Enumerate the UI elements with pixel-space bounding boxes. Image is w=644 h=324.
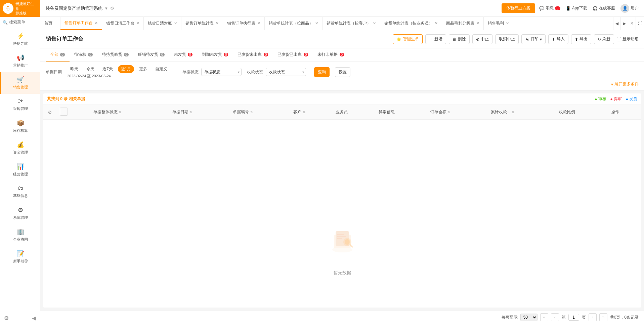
- industry-solution-button[interactable]: 体验行业方案: [502, 3, 535, 13]
- payment-select[interactable]: 收款状态: [266, 68, 306, 76]
- stop-button[interactable]: ⊘ 中止: [472, 34, 492, 44]
- nav-icon-quick-nav: ⚡: [17, 32, 24, 40]
- page-number-input[interactable]: [568, 314, 579, 321]
- tab-close-product-margin[interactable]: ✕: [476, 21, 479, 26]
- col-amount-sort[interactable]: ⇅: [447, 110, 450, 114]
- tab-close-sales-exec[interactable]: ✕: [257, 21, 260, 26]
- tab-close-sales-profit[interactable]: ✕: [506, 21, 509, 26]
- sidebar-item-enterprise[interactable]: 🏢 企业协同: [0, 224, 40, 246]
- tab-scroll-left[interactable]: ◀: [613, 17, 620, 30]
- export-button[interactable]: ⬆ 导出: [571, 34, 591, 44]
- date-option-近7天[interactable]: 近7天: [99, 65, 116, 73]
- date-option-自定义[interactable]: 自定义: [152, 65, 170, 73]
- svg-rect-7: [337, 236, 346, 237]
- col-number-sort[interactable]: ⇅: [250, 110, 253, 114]
- col-date-sort[interactable]: ⇅: [189, 110, 192, 114]
- sidebar-item-guide[interactable]: 📝 新手引导: [0, 246, 40, 268]
- col-customer-sort[interactable]: ⇅: [303, 110, 305, 114]
- tab-close-all[interactable]: ✕: [628, 17, 636, 30]
- add-button[interactable]: ＋ 新增: [425, 34, 446, 44]
- column-settings-icon[interactable]: ⚙: [48, 110, 52, 115]
- tab-close-sales-stat-staff[interactable]: ✕: [435, 21, 438, 26]
- approve-button[interactable]: ● 审核: [595, 96, 606, 102]
- app-download-button[interactable]: 📱 App下载: [566, 5, 587, 11]
- expand-filter-button[interactable]: ▾ 展开更多条件: [611, 81, 639, 87]
- date-option-今天[interactable]: 今天: [83, 65, 97, 73]
- online-service-button[interactable]: 🎧 在线客服: [593, 5, 615, 11]
- ship-button[interactable]: ● 发货: [626, 96, 637, 102]
- sidebar-item-quick-nav[interactable]: ⚡ 快捷导航: [0, 28, 40, 50]
- tab-cash-daily[interactable]: 钱货日清工作台✕: [102, 17, 144, 30]
- sidebar-item-base-info[interactable]: 🗂 基础信息: [0, 181, 40, 202]
- sidebar-item-system[interactable]: ⚙ 系统管理: [0, 202, 40, 224]
- tab-sales-stat-customer[interactable]: 销货单统计表（按客户）✕: [323, 17, 380, 30]
- topbar-settings-icon[interactable]: ⚙: [110, 6, 114, 11]
- date-option-近1月[interactable]: 近1月: [118, 65, 134, 73]
- sub-tab-wangpu-pending[interactable]: 旺铺待发货 0: [133, 48, 169, 62]
- tab-sales-profit[interactable]: 销售毛利✕: [484, 17, 513, 30]
- sub-tab-not-printed[interactable]: 未打印单据 0: [313, 48, 349, 62]
- sub-tab-overdue-not-shipped[interactable]: 到期未发货 0: [197, 48, 233, 62]
- tab-home[interactable]: 首页: [40, 17, 60, 30]
- page-size-select[interactable]: 102050100: [520, 314, 538, 321]
- tab-maximize[interactable]: ⛶: [636, 17, 644, 30]
- search-menu[interactable]: 🔍 搜索菜单: [0, 17, 40, 28]
- reject-button[interactable]: ● 弃审: [610, 96, 622, 102]
- import-button[interactable]: ⬇ 导入: [548, 34, 568, 44]
- show-detail-checkbox[interactable]: [617, 37, 621, 41]
- svg-rect-8: [337, 238, 342, 239]
- col-collected-sort[interactable]: ⇅: [512, 110, 514, 114]
- sidebar-item-inventory[interactable]: 📦 库存核算: [0, 115, 40, 137]
- tab-product-margin[interactable]: 商品毛利分析表✕: [442, 17, 484, 30]
- tab-close-sales-stat-product[interactable]: ✕: [315, 21, 318, 26]
- user-menu-button[interactable]: 👤 用户: [620, 4, 639, 13]
- sidebar-item-sales[interactable]: 🛒 销售管理: [0, 72, 40, 94]
- table-scroll-area[interactable]: ⚙ 单据整体状态 ⇅ 单据日期 ⇅: [43, 105, 641, 193]
- settings-button[interactable]: 设置: [335, 67, 350, 77]
- topbar-dropdown-icon[interactable]: ▾: [105, 6, 108, 11]
- delete-button[interactable]: 🗑 删除: [449, 34, 470, 44]
- page-prev-button[interactable]: ‹: [551, 313, 559, 321]
- messages-button[interactable]: 💬 消息 6: [539, 5, 560, 11]
- tab-sales-stat-product[interactable]: 销货单统计表（按商品）✕: [265, 17, 323, 30]
- sub-tab-shipped-out[interactable]: 已发货已出库 0: [273, 48, 313, 62]
- tab-close-sales-stat-customer[interactable]: ✕: [373, 21, 376, 26]
- tab-close-sales-stats[interactable]: ✕: [216, 21, 219, 26]
- show-detail-toggle[interactable]: 显示明细: [617, 36, 639, 42]
- sub-tab-shipped-not-out[interactable]: 已发货未出库 0: [233, 48, 273, 62]
- page-first-button[interactable]: «: [540, 313, 548, 321]
- sub-tab-pending-check[interactable]: 待拣货验货 0: [97, 48, 133, 62]
- query-button[interactable]: 查询: [314, 67, 330, 77]
- tab-sales-exec[interactable]: 销售订单执行表✕: [223, 17, 265, 30]
- page-last-button[interactable]: »: [599, 313, 607, 321]
- date-option-昨天[interactable]: 昨天: [67, 65, 81, 73]
- search-menu-label: 搜索菜单: [9, 19, 25, 25]
- print-button[interactable]: 🖨 打印 ▾: [521, 34, 546, 44]
- col-status-sort[interactable]: ⇅: [119, 110, 121, 114]
- tab-close-cash-reconcile[interactable]: ✕: [174, 21, 177, 26]
- tab-sales-workbench[interactable]: 销售订单工作台✕: [60, 17, 102, 30]
- tab-close-cash-daily[interactable]: ✕: [136, 21, 139, 26]
- sidebar-item-operations[interactable]: 📊 经营管理: [0, 159, 40, 181]
- sidebar-item-marketing[interactable]: 📢 营销推广: [0, 50, 40, 72]
- date-option-更多[interactable]: 更多: [136, 65, 150, 73]
- collapse-icon[interactable]: ◀: [32, 315, 36, 321]
- sub-tab-not-shipped[interactable]: 未发货 0: [169, 48, 197, 62]
- tab-cash-reconcile[interactable]: 钱货日清对账✕: [144, 17, 181, 30]
- tab-scroll-right[interactable]: ▶: [620, 17, 628, 30]
- status-select[interactable]: 单据状态: [201, 68, 242, 76]
- cancel-stop-button[interactable]: 取消中止: [495, 34, 519, 44]
- refresh-button[interactable]: ↻ 刷新: [594, 34, 614, 44]
- sidebar-item-purchase[interactable]: 🛍 采购管理: [0, 94, 40, 115]
- sub-tab-label-overdue-not-shipped: 到期未发货: [202, 52, 222, 57]
- tab-sales-stat-staff[interactable]: 销货单统计表（按业务员）✕: [380, 17, 442, 30]
- tab-sales-stats[interactable]: 销售订单统计表✕: [181, 17, 223, 30]
- tab-close-sales-workbench[interactable]: ✕: [95, 21, 98, 25]
- settings-icon[interactable]: ⚙: [4, 315, 9, 321]
- sidebar-item-finance[interactable]: 💰 资金管理: [0, 137, 40, 159]
- select-all-checkbox[interactable]: [60, 108, 68, 116]
- page-next-button[interactable]: ›: [589, 313, 597, 321]
- smart-generate-button[interactable]: ⭐ 智能生单: [393, 34, 423, 44]
- sub-tab-all[interactable]: 全部 0: [46, 48, 70, 62]
- sub-tab-pending-review[interactable]: 待审核 0: [70, 48, 97, 62]
